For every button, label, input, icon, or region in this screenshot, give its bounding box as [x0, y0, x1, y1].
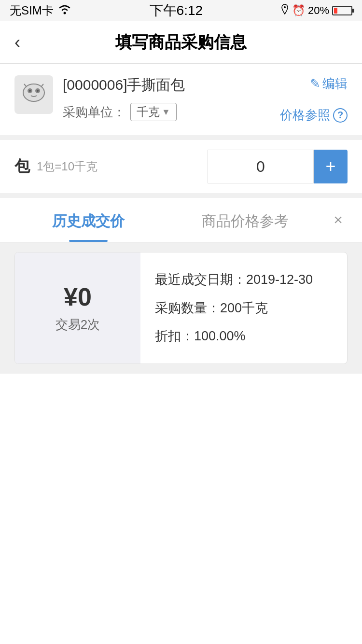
price-ref-button[interactable]: 价格参照 ? — [280, 107, 348, 124]
discount-item: 折扣：100.00% — [155, 326, 333, 346]
purchase-qty-value: 200千克 — [220, 301, 268, 315]
status-time: 下午6:12 — [150, 1, 203, 20]
quantity-row: 包 1包=10千克 + — [0, 140, 362, 193]
edit-button[interactable]: ✎ 编辑 — [310, 75, 348, 92]
battery-percent: 20% — [308, 4, 329, 17]
tab-history-price[interactable]: 历史成交价 — [10, 198, 167, 242]
carrier-label: 无SIM卡 — [10, 3, 54, 18]
product-thumbnail — [14, 75, 53, 114]
quantity-label-area: 包 1包=10千克 — [14, 156, 97, 177]
price-summary: ¥0 交易2次 — [15, 252, 140, 364]
discount-label: 折扣： — [155, 329, 194, 343]
transaction-count: 交易2次 — [56, 316, 100, 333]
page-title: 填写商品采购信息 — [115, 31, 247, 54]
discount-value: 100.00% — [194, 329, 246, 343]
recent-date-label: 最近成交日期： — [155, 272, 246, 287]
product-info: [0000006]手撕面包 采购单位： 千克 ▼ — [63, 75, 185, 121]
product-left: [0000006]手撕面包 采购单位： 千克 ▼ — [14, 75, 185, 121]
product-actions: ✎ 编辑 价格参照 ? — [280, 75, 348, 124]
qty-conversion: 1包=10千克 — [37, 159, 97, 174]
product-card: [0000006]手撕面包 采购单位： 千克 ▼ ✎ 编辑 价格参照 ? — [0, 64, 362, 135]
unit-label: 采购单位： — [63, 104, 125, 121]
unit-selector[interactable]: 千克 ▼ — [130, 103, 177, 121]
status-bar: 无SIM卡 下午6:12 ⏰ 20% — [0, 0, 362, 21]
price-value: 0 — [78, 283, 92, 311]
svg-point-0 — [63, 12, 66, 14]
status-left: 无SIM卡 — [10, 3, 72, 18]
tab-close-button[interactable]: × — [324, 201, 352, 238]
nav-bar: ‹ 填写商品采购信息 — [0, 21, 362, 64]
quantity-plus-button[interactable]: + — [314, 150, 348, 183]
empty-content-area — [0, 374, 362, 644]
svg-point-1 — [284, 6, 286, 8]
price-ref-help-icon: ? — [333, 108, 348, 123]
price-details: 最近成交日期：2019-12-30 采购数量：200千克 折扣：100.00% — [140, 252, 347, 364]
alarm-icon: ⏰ — [292, 4, 305, 17]
price-ref-label: 价格参照 — [280, 107, 330, 124]
svg-point-6 — [37, 90, 39, 92]
quantity-input-area: + — [208, 150, 348, 183]
product-header: [0000006]手撕面包 采购单位： 千克 ▼ ✎ 编辑 价格参照 ? — [14, 75, 348, 124]
recent-date-item: 最近成交日期：2019-12-30 — [155, 270, 333, 290]
back-button[interactable]: ‹ — [10, 28, 25, 57]
unit-value: 千克 — [137, 104, 160, 120]
svg-point-5 — [29, 90, 31, 92]
recent-date-value: 2019-12-30 — [246, 272, 313, 287]
currency-symbol: ¥ — [64, 283, 78, 311]
wifi-icon — [57, 4, 72, 17]
product-image-placeholder — [19, 78, 48, 112]
product-unit-row: 采购单位： 千克 ▼ — [63, 103, 185, 121]
location-icon — [280, 4, 289, 17]
tabs-bar: 历史成交价 商品价格参考 × — [0, 198, 362, 242]
price-amount: ¥0 — [64, 282, 92, 311]
qty-unit: 包 — [14, 156, 30, 177]
dropdown-icon: ▼ — [162, 107, 170, 117]
purchase-qty-item: 采购数量：200千克 — [155, 298, 333, 318]
purchase-qty-label: 采购数量： — [155, 301, 220, 315]
quantity-input[interactable] — [208, 150, 314, 183]
price-section: ¥0 交易2次 最近成交日期：2019-12-30 采购数量：200千克 折扣：… — [14, 252, 348, 364]
edit-icon: ✎ — [310, 76, 320, 91]
tab-price-reference[interactable]: 商品价格参考 — [167, 198, 324, 242]
battery-icon — [332, 6, 352, 15]
product-full-name: [0000006]手撕面包 — [63, 75, 185, 95]
status-right: ⏰ 20% — [280, 4, 352, 17]
